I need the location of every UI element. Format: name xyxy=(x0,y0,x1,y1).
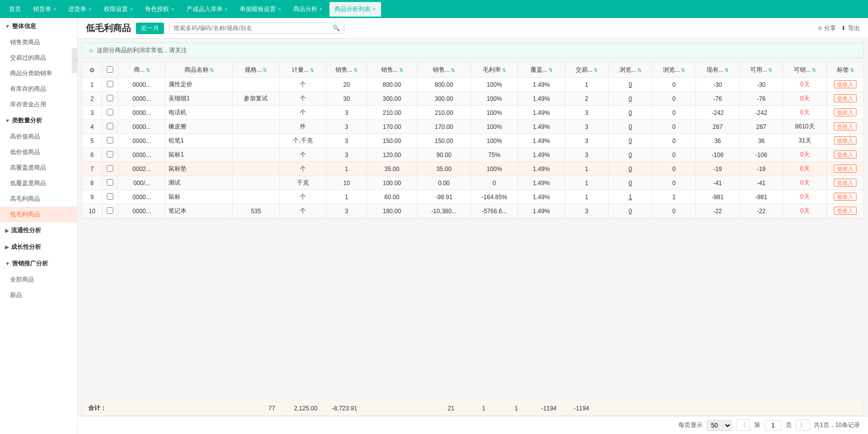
row-tag: 低收入 xyxy=(827,134,864,148)
row-views1[interactable]: 0 xyxy=(608,78,652,92)
page-size-select[interactable]: 50 100 200 xyxy=(707,420,732,431)
col-salable[interactable]: 可销...⇅ xyxy=(783,63,827,78)
col-trade[interactable]: 交易...⇅ xyxy=(565,63,608,78)
col-margin[interactable]: 毛利率⇅ xyxy=(471,63,518,78)
nav-item-permissions[interactable]: 权限设置 × xyxy=(99,2,138,17)
col-current[interactable]: 现有...⇅ xyxy=(696,63,740,78)
col-sales-amount[interactable]: 销售...⇅ xyxy=(367,63,417,78)
sidebar-item-stock-capital[interactable]: 库存资金占用 xyxy=(0,97,77,112)
sidebar-item-category-rate[interactable]: 商品分类助销率 xyxy=(0,66,77,81)
col-tag[interactable]: 标签⇅ xyxy=(827,63,864,78)
col-settings[interactable]: ⚙ xyxy=(82,63,102,78)
page-number-input[interactable] xyxy=(764,420,782,430)
row-checkbox[interactable] xyxy=(102,92,118,106)
nav-close-roles[interactable]: × xyxy=(171,6,174,12)
row-checkbox[interactable] xyxy=(102,204,118,218)
col-unit[interactable]: 计量...⇅ xyxy=(279,63,326,78)
row-sales-qty: 3 xyxy=(326,148,367,162)
nav-item-product-entry[interactable]: 产成品入库单 × xyxy=(182,2,233,17)
search-icon[interactable]: 🔍 xyxy=(332,25,340,32)
nav-item-template[interactable]: 单据模板设置 × xyxy=(235,2,286,17)
row-tag: 低收入 xyxy=(827,148,864,162)
settings-icon[interactable]: ⚙ xyxy=(89,67,95,74)
sidebar-collapse-button[interactable]: 《 xyxy=(72,48,78,73)
nav-close-template[interactable]: × xyxy=(278,6,281,12)
row-views1[interactable]: 0 xyxy=(608,120,652,134)
nav-item-home[interactable]: 首页 xyxy=(4,2,26,17)
row-views1[interactable]: 0 xyxy=(608,204,652,218)
col-code[interactable]: 商...⇅ xyxy=(118,63,165,78)
sidebar-group-circulation[interactable]: ▶ 流通性分析 xyxy=(0,222,77,239)
date-filter-button[interactable]: 近一月 xyxy=(136,23,164,34)
row-margin: 100% xyxy=(471,162,518,176)
sidebar-group-marketing[interactable]: ▼ 营销推广分析 xyxy=(0,255,77,272)
row-views1[interactable]: 1 xyxy=(608,190,652,204)
row-sales-amount: 35.00 xyxy=(367,162,417,176)
row-views1[interactable]: 0 xyxy=(608,92,652,106)
row-coverage: 1.49% xyxy=(518,176,565,190)
col-views2[interactable]: 浏览...⇅ xyxy=(652,63,696,78)
export-button[interactable]: ⬇ 导出 xyxy=(841,24,860,33)
row-checkbox[interactable] xyxy=(102,120,118,134)
page-header: 低毛利商品 近一月 🔍 ⎋ 分享 ⬇ 导出 xyxy=(78,18,868,39)
col-spec[interactable]: 规格...⇅ xyxy=(232,63,279,78)
sidebar-group-overall[interactable]: ▼ 整体信息 xyxy=(0,18,77,35)
row-checkbox[interactable] xyxy=(102,78,118,92)
row-checkbox[interactable] xyxy=(102,190,118,204)
row-views1[interactable]: 0 xyxy=(608,148,652,162)
sidebar-group-growth[interactable]: ▶ 成长性分析 xyxy=(0,239,77,255)
nav-item-roles[interactable]: 角色授权 × xyxy=(140,2,179,17)
nav-item-product-analysis-list[interactable]: 商品分析列表 × xyxy=(329,2,381,17)
row-sales-qty: 3 xyxy=(326,106,367,120)
nav-item-purchase[interactable]: 进货单 × xyxy=(63,2,96,17)
col-sales-qty[interactable]: 销售...⇅ xyxy=(326,63,367,78)
sidebar-group-quantity[interactable]: ▼ 类数量分析 xyxy=(0,112,77,129)
sidebar-item-traded-products[interactable]: 交易过的商品 xyxy=(0,50,77,66)
col-views1[interactable]: 浏览...⇅ xyxy=(608,63,652,78)
col-coverage[interactable]: 覆盖...⇅ xyxy=(518,63,565,78)
next-page-button[interactable]: 〉 xyxy=(796,419,810,431)
sidebar-item-all-products[interactable]: 全部商品 xyxy=(0,272,77,287)
col-available[interactable]: 可用...⇅ xyxy=(740,63,783,78)
search-input[interactable] xyxy=(173,25,330,32)
nav-close-product-analysis[interactable]: × xyxy=(319,6,322,12)
row-checkbox[interactable] xyxy=(102,176,118,190)
nav-close-sales[interactable]: × xyxy=(53,6,56,12)
row-margin: 100% xyxy=(471,78,518,92)
nav-close-product-entry[interactable]: × xyxy=(225,6,228,12)
share-button[interactable]: ⎋ 分享 xyxy=(818,24,836,33)
sidebar-item-new-products[interactable]: 新品 xyxy=(0,287,77,303)
row-checkbox[interactable] xyxy=(102,106,118,120)
sidebar-item-low-margin[interactable]: 低毛利商品 xyxy=(0,207,77,222)
row-coverage: 1.49% xyxy=(518,134,565,148)
sidebar-item-low-value[interactable]: 低价值商品 xyxy=(0,144,77,160)
row-spec xyxy=(232,148,279,162)
col-name[interactable]: 商品名称⇅ xyxy=(165,63,233,78)
row-salable: 0天 xyxy=(783,148,827,162)
table-footer: 合计： 77 2,125.00 -8,723.91 21 1 1 -1194 -… xyxy=(82,401,864,416)
sidebar-item-stocked-products[interactable]: 有库存的商品 xyxy=(0,81,77,97)
row-checkbox[interactable] xyxy=(102,162,118,176)
col-sales-profit[interactable]: 销售...⇅ xyxy=(417,63,471,78)
row-views1[interactable]: 0 xyxy=(608,134,652,148)
row-sales-amount: 60.00 xyxy=(367,190,417,204)
row-checkbox[interactable] xyxy=(102,134,118,148)
nav-item-sales[interactable]: 销货单 × xyxy=(28,2,61,17)
select-all-checkbox[interactable] xyxy=(107,66,113,73)
nav-item-product-analysis[interactable]: 商品分析 × xyxy=(288,2,327,17)
sidebar-item-high-value[interactable]: 高价值商品 xyxy=(0,129,77,144)
row-views1[interactable]: 0 xyxy=(608,176,652,190)
row-spec xyxy=(232,162,279,176)
table-container[interactable]: ⚙ 商...⇅ 商品名称⇅ 规格...⇅ xyxy=(82,62,864,401)
row-views1[interactable]: 0 xyxy=(608,106,652,120)
sidebar-item-high-margin[interactable]: 高毛利商品 xyxy=(0,191,77,207)
prev-page-button[interactable]: 〈 xyxy=(736,419,750,431)
row-checkbox[interactable] xyxy=(102,148,118,162)
nav-close-purchase[interactable]: × xyxy=(88,6,91,12)
row-views1[interactable]: 0 xyxy=(608,162,652,176)
sidebar-item-sales-products[interactable]: 销售类商品 xyxy=(0,35,77,50)
nav-close-product-analysis-list[interactable]: × xyxy=(373,6,376,12)
nav-close-permissions[interactable]: × xyxy=(130,6,133,12)
sidebar-item-high-coverage[interactable]: 高覆盖度商品 xyxy=(0,160,77,176)
sidebar-item-low-coverage[interactable]: 低覆盖度商品 xyxy=(0,176,77,191)
